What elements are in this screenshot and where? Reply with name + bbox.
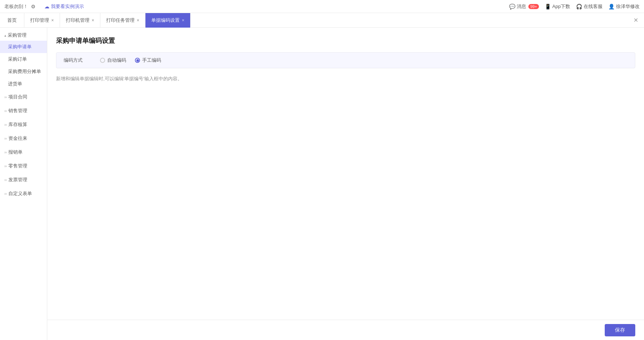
sales-manage-expand-icon: › xyxy=(4,109,7,113)
save-button[interactable]: 保存 xyxy=(605,324,635,336)
sidebar-group-project-contract[interactable]: › 项目合同 xyxy=(0,90,47,104)
service-icon xyxy=(576,4,582,9)
sidebar-group-inventory[interactable]: › 库存核算 xyxy=(0,118,47,131)
settings-icon[interactable] xyxy=(31,4,36,9)
tab-print-task[interactable]: 打印任务管理 xyxy=(100,13,145,28)
sidebar: 采购管理 采购申请单 采购订单 采购费用分摊单 进货单 › 项目合同 › 销售管… xyxy=(0,28,47,340)
tab-print-manage[interactable]: 打印管理 xyxy=(24,13,60,28)
app-icon xyxy=(545,4,551,9)
purchase-expand-icon xyxy=(4,33,6,37)
content-area: 采购申请单编码设置 编码方式 自动编码 手工编码 新增和编辑单据编辑时,可以编辑… xyxy=(47,28,644,340)
radio-manual-encoding[interactable]: 手工编码 xyxy=(135,57,161,64)
sidebar-group-custom-form[interactable]: › 自定义表单 xyxy=(0,187,47,201)
tab-close-barcode-setting[interactable] xyxy=(182,18,184,23)
radio-manual-circle xyxy=(135,58,140,63)
sidebar-group-purchase[interactable]: 采购管理 xyxy=(0,28,47,41)
sidebar-item-purchase-order[interactable]: 采购订单 xyxy=(0,53,47,65)
encoding-radio-group: 自动编码 手工编码 xyxy=(100,57,161,64)
notice-button[interactable]: 消息 99+ xyxy=(509,3,539,10)
notice-badge: 99+ xyxy=(528,4,539,9)
tab-close-print-task[interactable] xyxy=(137,18,139,23)
top-bar-right: 消息 99+ App下数 在线客服 徐泽华修改 xyxy=(509,3,640,10)
page-title: 采购申请单编码设置 xyxy=(56,36,635,45)
top-bar-left: 老板勿刮！ ☁ 我要看实例演示 xyxy=(4,3,84,10)
content-inner: 采购申请单编码设置 编码方式 自动编码 手工编码 新增和编辑单据编辑时,可以编辑… xyxy=(47,28,644,320)
sidebar-group-returns[interactable]: › 报销单 xyxy=(0,145,47,159)
returns-expand-icon: › xyxy=(4,150,7,154)
tab-bar-close-button[interactable]: ✕ xyxy=(628,17,644,24)
message-icon xyxy=(509,4,515,9)
sidebar-item-stock-in[interactable]: 进货单 xyxy=(0,78,47,90)
tab-close-printer-manage[interactable] xyxy=(92,18,94,23)
tab-close-print-manage[interactable] xyxy=(51,18,54,23)
content-footer: 保存 xyxy=(47,320,644,340)
tab-printer-manage[interactable]: 打印机管理 xyxy=(60,13,100,28)
inventory-expand-icon: › xyxy=(4,123,7,127)
top-bar: 老板勿刮！ ☁ 我要看实例演示 消息 99+ App下数 在线客服 徐泽华修改 xyxy=(0,0,644,13)
sidebar-item-purchase-expense[interactable]: 采购费用分摊单 xyxy=(0,65,47,78)
demo-link[interactable]: ☁ 我要看实例演示 xyxy=(44,3,84,10)
main-layout: 采购管理 采购申请单 采购订单 采购费用分摊单 进货单 › 项目合同 › 销售管… xyxy=(0,28,644,340)
encoding-section: 编码方式 自动编码 手工编码 xyxy=(56,52,635,68)
retail-expand-icon: › xyxy=(4,164,7,168)
sidebar-item-purchase-request[interactable]: 采购申请单 xyxy=(0,41,47,53)
hint-text: 新增和编辑单据编辑时,可以编辑'单据编号'输入框中的内容。 xyxy=(56,76,635,82)
encoding-label: 编码方式 xyxy=(64,57,85,64)
tab-home[interactable]: 首页 xyxy=(0,13,24,28)
project-contract-expand-icon: › xyxy=(4,95,7,99)
custom-form-expand-icon: › xyxy=(4,192,7,196)
sidebar-group-finance[interactable]: › 资金往来 xyxy=(0,131,47,145)
tab-bar: 首页 打印管理 打印机管理 打印任务管理 单据编码设置 ✕ xyxy=(0,13,644,28)
tab-barcode-setting[interactable]: 单据编码设置 xyxy=(145,13,191,28)
app-download-button[interactable]: App下数 xyxy=(545,3,570,10)
online-service-button[interactable]: 在线客服 xyxy=(576,3,603,10)
sidebar-group-invoice[interactable]: › 发票管理 xyxy=(0,173,47,187)
user-avatar-icon xyxy=(608,4,615,9)
sidebar-group-sales-manage[interactable]: › 销售管理 xyxy=(0,104,47,118)
app-title: 老板勿刮！ xyxy=(4,3,28,10)
cloud-icon: ☁ xyxy=(44,4,49,9)
radio-auto-circle xyxy=(100,58,105,63)
invoice-expand-icon: › xyxy=(4,178,7,182)
user-menu-button[interactable]: 徐泽华修改 xyxy=(608,3,640,10)
sidebar-group-retail[interactable]: › 零售管理 xyxy=(0,159,47,173)
finance-expand-icon: › xyxy=(4,137,7,141)
radio-auto-encoding[interactable]: 自动编码 xyxy=(100,57,126,64)
